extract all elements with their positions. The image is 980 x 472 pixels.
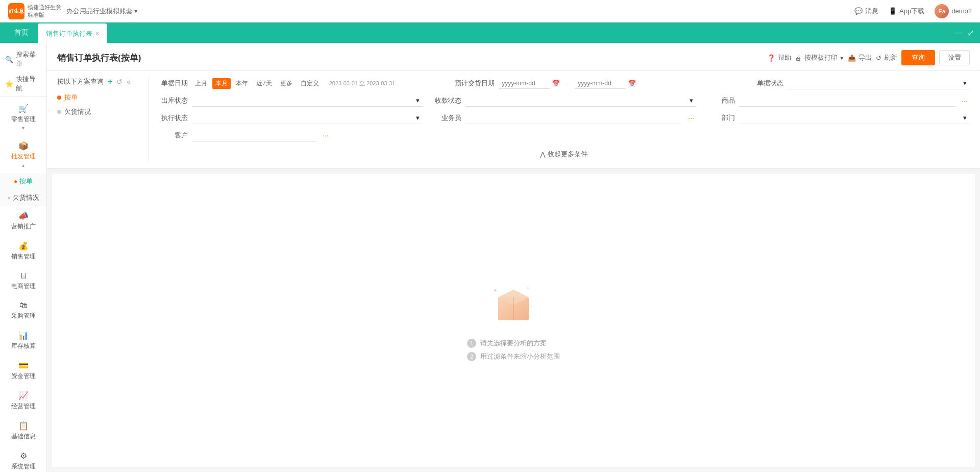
sidebar-item-wholesale[interactable]: 📦 批发管理 ▴	[0, 136, 46, 173]
empty-icon: ✦ ✦ ✦	[488, 279, 539, 331]
filter-row-3: 执行状态 ▾ 业务员 ··· 部门	[157, 112, 970, 124]
date-tab-current-year[interactable]: 本年	[233, 78, 251, 89]
sidebar-wholesale-sub: ● 按单 ● 欠货情况	[0, 173, 46, 206]
filter-delivery-status-field: 出库状态 ▾	[157, 95, 423, 107]
filter-payment-status-field: 收款状态 ▾	[431, 95, 696, 107]
settings-button[interactable]: 设置	[939, 50, 970, 65]
sidebar-item-system[interactable]: ⚙ 系统管理	[0, 446, 46, 472]
salesman-label: 业务员	[431, 113, 461, 123]
filter-status-field: 单据状态 ▾	[753, 77, 970, 89]
app-download-button[interactable]: 📱 App下载	[889, 7, 924, 16]
operation-icon: 📈	[18, 391, 29, 400]
status-select[interactable]: ▾	[788, 77, 970, 89]
filter-panel: 按以下方案查询 + ↺ « 按单 欠货情况	[47, 71, 980, 169]
nav-dropdown[interactable]: 办公用品行业模拟账套 ▾	[66, 7, 138, 16]
message-button[interactable]: 💬 消息	[854, 7, 878, 16]
sidebar-item-ecom[interactable]: 🖥 电商管理	[0, 266, 46, 296]
message-icon: 💬	[854, 7, 863, 15]
logo-text: 畅捷通好生意 标准版	[28, 4, 61, 18]
scheme-item-ands[interactable]: 按单	[57, 90, 140, 105]
delivery-date-from[interactable]	[499, 78, 550, 89]
scheme-header: 按以下方案查询 + ↺ «	[57, 77, 140, 86]
ecom-icon: 🖥	[19, 271, 28, 280]
help-button[interactable]: ❓ 帮助	[767, 53, 791, 62]
filter-salesman-field: 业务员 ···	[431, 112, 696, 124]
tab-active[interactable]: 销售订单执行表 ×	[38, 23, 107, 44]
filter-row-2: 出库状态 ▾ 收款状态 ▾	[157, 95, 970, 107]
query-button[interactable]: 查询	[901, 50, 935, 65]
sidebar-item-inventory-label: 库存核算	[11, 342, 36, 350]
svg-text:✦: ✦	[526, 286, 530, 291]
sidebar-item-finance[interactable]: 💳 资金管理	[0, 356, 46, 386]
tab-bar: 首页 销售订单执行表 × — ⤢	[0, 22, 980, 43]
print-button[interactable]: 🖨 按模板打印 ▾	[795, 53, 844, 62]
tab-home[interactable]: 首页	[5, 22, 38, 43]
exec-status-dropdown-icon: ▾	[416, 114, 420, 122]
scheme-panel: 按以下方案查询 + ↺ « 按单 欠货情况	[57, 77, 149, 162]
logo-area: 好生意 畅捷通好生意 标准版	[8, 3, 61, 19]
filter-date-field: 单据日期 上月 本月 本年 近7天 更多 自定义 2023-03-01 至 20…	[157, 78, 447, 89]
customer-input[interactable]	[192, 129, 316, 141]
date-tab-more[interactable]: 更多	[277, 78, 296, 89]
tab-close-icon[interactable]: ×	[95, 30, 99, 37]
tab-bar-right: — ⤢	[955, 28, 980, 38]
sidebar-item-marketing[interactable]: 📣 营销推广	[0, 206, 46, 236]
sidebar-search[interactable]: 🔍 搜索菜单	[0, 47, 46, 72]
salesman-input[interactable]	[465, 112, 682, 124]
nav-path-text: 办公用品行业模拟账套	[66, 7, 133, 16]
tab-maximize-icon[interactable]: ⤢	[967, 28, 974, 38]
sidebar-sub-order[interactable]: ● 按单	[0, 173, 46, 190]
sidebar-item-sales[interactable]: 💰 销售管理	[0, 236, 46, 266]
dept-select[interactable]: ▾	[739, 112, 970, 124]
user-profile[interactable]: Ea demo2	[935, 4, 972, 18]
exec-status-select[interactable]: ▾	[192, 112, 423, 124]
sidebar-item-purchase[interactable]: 🛍 采购管理	[0, 296, 46, 325]
scheme-dot-active	[57, 96, 61, 100]
salesman-more-icon[interactable]: ···	[686, 114, 696, 122]
sidebar-item-operation[interactable]: 📈 经营管理	[0, 386, 46, 416]
avatar: Ea	[935, 4, 949, 18]
scheme-collapse-button[interactable]: «	[127, 78, 131, 86]
empty-tip-1: 1 请先选择要分析的方案	[467, 339, 560, 348]
tip-num-1: 1	[467, 339, 476, 348]
payment-status-select[interactable]: ▾	[465, 95, 696, 107]
delivery-calendar-from-icon[interactable]: 📅	[552, 80, 560, 87]
scheme-add-button[interactable]: +	[108, 77, 112, 86]
delivery-calendar-to-icon[interactable]: 📅	[628, 80, 636, 87]
export-button[interactable]: 📤 导出	[848, 53, 872, 62]
date-tab-current-month[interactable]: 本月	[212, 78, 231, 89]
filter-exec-status-field: 执行状态 ▾	[157, 112, 423, 124]
sidebar-sub-debt[interactable]: ● 欠货情况	[0, 190, 46, 206]
customer-more-icon[interactable]: ···	[321, 131, 331, 139]
delivery-status-select[interactable]: ▾	[192, 95, 423, 107]
sales-icon: 💰	[18, 241, 29, 251]
refresh-button[interactable]: ↺ 刷新	[876, 53, 897, 62]
filter-fields: 单据日期 上月 本月 本年 近7天 更多 自定义 2023-03-01 至 20…	[157, 77, 970, 162]
empty-state: ✦ ✦ ✦ 1 请先选择要分析的方案 2 用过滤条件来缩小分析范围	[467, 279, 560, 361]
product-more-icon[interactable]: ···	[960, 97, 970, 105]
finance-icon: 💳	[18, 361, 29, 370]
delivery-date-to[interactable]	[575, 78, 626, 89]
export-icon: 📤	[848, 54, 856, 62]
customer-label: 客户	[157, 131, 188, 140]
filter-customer-field: 客户 ···	[157, 129, 331, 141]
sidebar-item-retail[interactable]: 🛒 零售管理 ▾	[0, 99, 46, 136]
sidebar-item-retail-label: 零售管理	[11, 115, 36, 124]
sidebar-item-inventory[interactable]: 📊 库存核算	[0, 325, 46, 356]
sidebar-item-operation-label: 经营管理	[11, 402, 36, 411]
svg-text:✦: ✦	[493, 288, 497, 293]
date-tab-custom[interactable]: 自定义	[298, 78, 322, 89]
scheme-item-debt[interactable]: 欠货情况	[57, 105, 140, 119]
date-tab-7days[interactable]: 近7天	[253, 78, 275, 89]
tip-num-2: 2	[467, 352, 476, 361]
collapse-btn[interactable]: ⋀ 收起更多条件	[157, 147, 970, 162]
product-input[interactable]	[739, 95, 955, 107]
tab-minimize-icon[interactable]: —	[955, 28, 963, 37]
page-header: 销售订单执行表(按单) ❓ 帮助 🖨 按模板打印 ▾ 📤 导出 ↺ 刷新	[47, 43, 980, 71]
order-dot: ●	[14, 178, 17, 185]
date-tab-prev-month[interactable]: 上月	[192, 78, 210, 89]
sidebar-quick-nav[interactable]: ⭐ 快捷导航	[0, 72, 46, 97]
scheme-refresh-button[interactable]: ↺	[116, 78, 122, 86]
sidebar-item-base[interactable]: 📋 基础信息	[0, 416, 46, 446]
refresh-icon: ↺	[876, 54, 881, 62]
